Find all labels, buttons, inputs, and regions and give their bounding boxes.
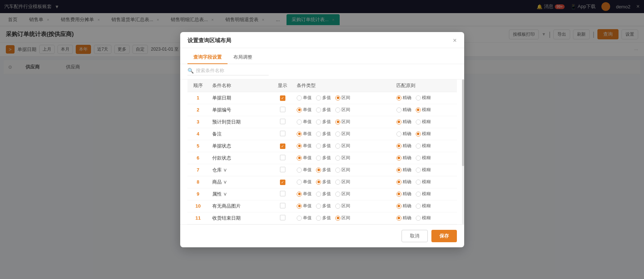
match-exact-radio[interactable]: 精确 xyxy=(396,131,411,137)
type-single-circle[interactable] xyxy=(297,131,302,137)
match-fuzzy-radio[interactable]: 模糊 xyxy=(416,95,431,101)
match-fuzzy-radio[interactable]: 模糊 xyxy=(416,107,431,113)
type-range-circle[interactable] xyxy=(335,95,340,101)
match-fuzzy-label: 模糊 xyxy=(422,155,431,161)
type-range-radio[interactable]: 区间 xyxy=(335,95,350,101)
row-checkbox[interactable] xyxy=(280,155,285,160)
match-exact-circle[interactable] xyxy=(396,95,402,101)
modal-close-btn[interactable]: × xyxy=(453,37,457,44)
type-range-circle[interactable] xyxy=(335,131,340,137)
match-fuzzy-circle[interactable] xyxy=(416,119,421,125)
row-checkbox-cell[interactable] xyxy=(272,164,293,166)
match-fuzzy-radio[interactable]: 模糊 xyxy=(416,155,431,161)
row-match-cell: 精确 模糊 xyxy=(393,128,457,140)
type-single-radio[interactable]: 单值 xyxy=(297,131,312,137)
modal-tab-query-fields[interactable]: 查询字段设置 xyxy=(187,52,228,64)
row-checkbox[interactable] xyxy=(280,119,285,124)
type-single-circle[interactable] xyxy=(297,156,302,161)
type-single-circle[interactable] xyxy=(297,95,302,101)
type-range-circle[interactable] xyxy=(335,144,340,149)
match-fuzzy-label: 模糊 xyxy=(422,131,431,137)
type-radio-group: 单值 多值 区间 xyxy=(297,143,389,149)
type-single-radio[interactable]: 单值 xyxy=(297,155,312,161)
type-range-radio[interactable]: 区间 xyxy=(335,155,350,161)
type-single-label: 单值 xyxy=(303,155,312,161)
col-order: 顺序 xyxy=(187,79,209,92)
col-display: 显示 xyxy=(272,79,293,92)
match-exact-circle[interactable] xyxy=(396,131,402,137)
row-match-cell: 精确 模糊 xyxy=(393,152,457,164)
row-order: 5 xyxy=(187,140,209,152)
match-radio-group: 精确 模糊 xyxy=(396,119,453,125)
type-single-radio[interactable]: 单值 xyxy=(297,107,312,113)
match-exact-radio[interactable]: 精确 xyxy=(396,95,411,101)
match-fuzzy-circle[interactable] xyxy=(416,95,421,101)
modal-tab-layout[interactable]: 布局调整 xyxy=(228,52,258,64)
row-order: 3 xyxy=(187,116,209,128)
match-fuzzy-circle[interactable] xyxy=(416,156,421,161)
type-single-label: 单值 xyxy=(303,119,312,125)
type-multi-circle[interactable] xyxy=(316,144,321,149)
type-multi-radio[interactable]: 多值 xyxy=(316,131,331,137)
type-single-radio[interactable]: 单值 xyxy=(297,119,312,125)
match-exact-circle[interactable] xyxy=(396,107,402,113)
type-multi-circle[interactable] xyxy=(316,95,321,101)
type-range-radio[interactable]: 区间 xyxy=(335,131,350,137)
type-range-radio[interactable]: 区间 xyxy=(335,119,350,125)
modal-header: 设置查询区域布局 × xyxy=(180,32,464,48)
type-multi-circle[interactable] xyxy=(316,156,321,161)
match-exact-radio[interactable]: 精确 xyxy=(396,119,411,125)
match-fuzzy-radio[interactable]: 模糊 xyxy=(416,131,431,137)
type-range-circle[interactable] xyxy=(335,156,340,161)
type-range-radio[interactable]: 区间 xyxy=(335,107,350,113)
type-multi-circle[interactable] xyxy=(316,131,321,137)
type-multi-radio[interactable]: 多值 xyxy=(316,155,331,161)
type-multi-radio[interactable]: 多值 xyxy=(316,119,331,125)
match-exact-circle[interactable] xyxy=(396,156,402,161)
row-checkbox-cell[interactable] xyxy=(272,92,293,104)
type-range-circle[interactable] xyxy=(335,119,340,125)
type-range-label: 区间 xyxy=(341,107,350,113)
row-checkbox-cell[interactable] xyxy=(272,140,293,152)
search-input[interactable] xyxy=(196,68,269,73)
type-range-circle[interactable] xyxy=(335,107,340,113)
type-single-radio[interactable]: 单值 xyxy=(297,95,312,101)
match-exact-radio[interactable]: 精确 xyxy=(396,143,411,149)
match-fuzzy-circle[interactable] xyxy=(416,144,421,149)
type-single-circle[interactable] xyxy=(297,119,302,125)
match-exact-radio[interactable]: 精确 xyxy=(396,107,411,113)
row-checkbox-cell[interactable] xyxy=(272,128,293,140)
row-name: 单据状态 xyxy=(209,140,272,152)
row-checkbox[interactable] xyxy=(280,144,285,149)
row-checkbox[interactable] xyxy=(280,95,285,101)
match-fuzzy-radio[interactable]: 模糊 xyxy=(416,119,431,125)
row-checkbox-cell[interactable] xyxy=(272,152,293,164)
type-multi-circle[interactable] xyxy=(316,107,321,113)
match-fuzzy-circle[interactable] xyxy=(416,131,421,137)
type-multi-radio[interactable]: 多值 xyxy=(316,143,331,149)
match-exact-circle[interactable] xyxy=(396,119,402,125)
match-exact-label: 精确 xyxy=(403,119,411,125)
col-match: 匹配原则 xyxy=(393,79,457,92)
type-multi-circle[interactable] xyxy=(316,119,321,125)
match-exact-circle[interactable] xyxy=(396,144,402,149)
type-range-radio[interactable]: 区间 xyxy=(335,143,350,149)
row-checkbox[interactable] xyxy=(280,131,285,136)
row-name: 单据编号 xyxy=(209,104,272,116)
type-radio-group: 单值 多值 区间 xyxy=(297,131,389,137)
match-fuzzy-radio[interactable]: 模糊 xyxy=(416,143,431,149)
type-single-circle[interactable] xyxy=(297,107,302,113)
type-multi-label: 多值 xyxy=(322,107,331,113)
row-checkbox-cell[interactable] xyxy=(272,104,293,116)
type-single-circle[interactable] xyxy=(297,144,302,149)
type-multi-radio[interactable]: 多值 xyxy=(316,107,331,113)
type-multi-radio[interactable]: 多值 xyxy=(316,95,331,101)
match-fuzzy-circle[interactable] xyxy=(416,107,421,113)
row-checkbox-cell[interactable] xyxy=(272,116,293,128)
match-exact-radio[interactable]: 精确 xyxy=(396,155,411,161)
row-order: 7 xyxy=(187,164,209,166)
type-single-radio[interactable]: 单值 xyxy=(297,143,312,149)
row-checkbox[interactable] xyxy=(280,107,285,112)
row-type-cell: 单值 多值 区间 xyxy=(293,140,392,152)
type-radio-group: 单值 多值 区间 xyxy=(297,95,389,101)
